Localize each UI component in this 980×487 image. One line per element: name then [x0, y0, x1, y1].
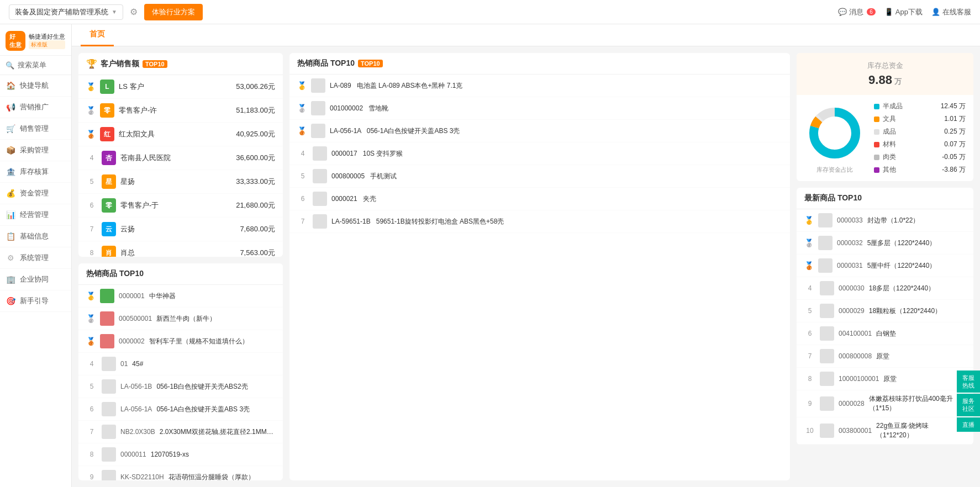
rank-item: 7 云 云扬 7,680.00元	[78, 218, 283, 241]
legend-dot	[874, 142, 879, 147]
avatar: 肖	[102, 246, 116, 257]
product-item: 🥇 0000001 中华神器	[78, 285, 283, 308]
product-image	[820, 424, 834, 438]
inventory-icon: 🏦	[6, 167, 15, 177]
medal-icon: 🥈	[86, 314, 96, 323]
medal-icon: 🥉	[86, 337, 96, 346]
sidebar-item-guide[interactable]: 🎯 新手引导	[0, 290, 71, 312]
medal-icon: 🥈	[297, 104, 307, 113]
sidebar: 好生意 畅捷通好生意 标准版 🔍 搜索菜单 🏠 快捷导航 📢 营销推广 🛒 销售…	[0, 24, 72, 487]
legend-item: 其他 -3.86 万	[874, 165, 966, 174]
product-item: 🥉 LA-056-1A 056-1A白色按键开关盖ABS 3壳	[289, 120, 790, 142]
online-service-button[interactable]: 👤 在线客服	[931, 7, 971, 17]
message-label: 消息	[849, 7, 863, 17]
product-image	[100, 311, 114, 326]
legend-item: 肉类 -0.05 万	[874, 152, 966, 162]
message-button[interactable]: 💬 消息 6	[838, 7, 876, 17]
sidebar-item-operations[interactable]: 📊 经营管理	[0, 204, 71, 226]
medal-icon: 🥇	[297, 81, 307, 90]
product-image	[102, 402, 116, 416]
sidebar-item-label: 采购管理	[20, 145, 49, 155]
hot-products-title: 热销商品 TOP10	[86, 269, 144, 279]
live-stream-button[interactable]: 直播	[957, 417, 980, 432]
legend-item: 成品 0.25 万	[874, 127, 966, 136]
product-item: 7 LA-59651-1B 59651-1B旋转投影灯电池盒 ABS黑色+58壳	[289, 210, 790, 233]
rank-item: 4 杏 苍南县人民医院 36,600.00元	[78, 146, 283, 170]
customer-service-button[interactable]: 客服热线	[957, 370, 980, 393]
sidebar-item-enterprise[interactable]: 🏢 企业协同	[0, 269, 71, 290]
medal-icon: 🥈	[86, 106, 96, 115]
inventory-chart-label: 库存资金占比	[804, 166, 865, 174]
main-content: 🏆 客户销售额 TOP10 🥇 L LS 客户 53,006.26元	[72, 46, 980, 487]
new-product-item: 🥈 0000032 5厘多层（1220*2440）	[797, 232, 973, 255]
customer-rank-list: 🥇 L LS 客户 53,006.26元 🥈 零 零售客户-许 51,183.0…	[78, 75, 283, 257]
sidebar-item-sales[interactable]: 🛒 销售管理	[0, 118, 71, 140]
product-item: 4 01 45#	[78, 353, 283, 375]
logo-text: 畅捷通好生意	[29, 33, 65, 40]
new-product-item: 7 000800008 原堂	[797, 345, 973, 368]
sidebar-item-label: 快捷导航	[20, 81, 49, 91]
customer-ranking-card: 🏆 客户销售额 TOP10 🥇 L LS 客户 53,006.26元	[78, 53, 283, 257]
trial-button[interactable]: 体验行业方案	[144, 4, 203, 20]
customer-ranking-title: 客户销售额	[101, 59, 139, 69]
service-community-button[interactable]: 服务社区	[957, 394, 980, 416]
product-image	[820, 396, 834, 411]
logo-badge: 标准版	[29, 40, 65, 49]
tab-home[interactable]: 首页	[81, 24, 114, 46]
product-item: 🥉 0000002 智利车子里（规格不知道填什么）	[78, 330, 283, 353]
product-item: 5 000800005 手机测试	[289, 165, 790, 188]
hot-products-mid-title: 热销商品 TOP10	[297, 59, 355, 68]
sidebar-item-marketing[interactable]: 📢 营销推广	[0, 97, 71, 118]
system-selector[interactable]: 装备及固定资产辅助管理系统 ▼	[9, 4, 123, 20]
new-product-item: 8 10000100001 原堂	[797, 368, 973, 390]
sidebar-item-label: 经营管理	[20, 210, 49, 220]
sidebar-item-label: 营销推广	[20, 102, 49, 112]
new-product-item: 5 0000029 18颗粒板（1220*2440）	[797, 300, 973, 322]
sidebar-item-inventory[interactable]: 🏦 库存核算	[0, 161, 71, 183]
avatar: 红	[100, 127, 114, 141]
search-menu-item[interactable]: 🔍 搜索菜单	[0, 56, 71, 75]
avatar: 云	[102, 222, 116, 236]
top10-badge2: TOP10	[358, 60, 383, 67]
topbar-right: 💬 消息 6 📱 App下载 👤 在线客服	[838, 7, 971, 17]
sidebar-item-finance[interactable]: 💰 资金管理	[0, 183, 71, 204]
top10-badge: TOP10	[143, 60, 167, 68]
medal-icon: 🥇	[86, 292, 96, 300]
product-image	[100, 334, 114, 348]
sidebar-item-shortcuts[interactable]: 🏠 快捷导航	[0, 75, 71, 97]
sidebar-item-label: 销售管理	[20, 124, 49, 134]
hot-products-list: 🥇 0000001 中华神器 🥈 000500001 新西兰牛肉（新牛）	[78, 285, 283, 480]
donut-section: 库存资金占比 半成品 12.45 万 文具 1.01 万	[797, 95, 973, 181]
app-download-button[interactable]: 📱 App下载	[884, 7, 923, 17]
hot-products-mid-header: 热销商品 TOP10 TOP10	[289, 53, 790, 75]
rank-item: 6 零 零售客户-于 21,680.00元	[78, 194, 283, 218]
sidebar-item-purchase[interactable]: 📦 采购管理	[0, 140, 71, 161]
new-product-item: 6 004100001 白钢垫	[797, 322, 973, 345]
rank-item: 8 肖 肖总 7,563.00元	[78, 241, 283, 257]
new-product-item: 🥇 0000033 封边带（1.0*22）	[797, 209, 973, 232]
sidebar-item-system[interactable]: ⚙ 系统管理	[0, 247, 71, 269]
operations-icon: 📊	[6, 210, 15, 220]
product-item: 4 0000017 10S 变抖罗猴	[289, 142, 790, 165]
medal-icon: 🥈	[804, 239, 814, 247]
inventory-legend: 半成品 12.45 万 文具 1.01 万 成品 0	[874, 102, 966, 174]
inventory-card: 库存总资金 9.88万	[797, 53, 973, 181]
avatar: 零	[100, 103, 114, 118]
product-image	[313, 192, 327, 206]
product-item: 🥇 LA-089 电池盖 LA-089 ABS本色+黑种 7.1克	[289, 75, 790, 97]
inventory-value: 9.88万	[804, 73, 966, 87]
sidebar-item-label: 库存核算	[20, 167, 49, 177]
service-label: 在线客服	[942, 7, 971, 17]
rank-item: 5 星 星扬 33,333.00元	[78, 170, 283, 194]
avatar: 零	[102, 198, 116, 213]
new-products-card: 最新商品 TOP10 🥇 0000033 封边带（1.0*22） 🥈 00	[797, 188, 973, 444]
product-image	[313, 169, 327, 183]
product-image	[820, 372, 834, 386]
left-column: 🏆 客户销售额 TOP10 🥇 L LS 客户 53,006.26元	[78, 53, 283, 480]
settings-button[interactable]: ⚙	[128, 4, 140, 19]
new-products-title: 最新商品 TOP10	[804, 193, 862, 203]
sidebar-logo: 好生意 畅捷通好生意 标准版	[0, 24, 71, 56]
product-image	[820, 304, 834, 318]
product-item: 🥈 001000002 雪地靴	[289, 97, 790, 120]
sidebar-item-base-info[interactable]: 📋 基础信息	[0, 226, 71, 247]
